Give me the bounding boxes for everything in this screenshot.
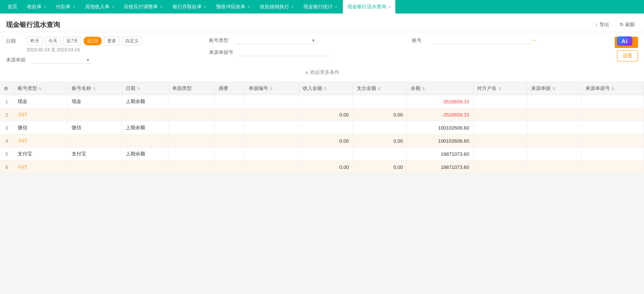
cell-docType [168,108,215,121]
settings-gear-header[interactable]: ⚙ [0,82,14,95]
date-btn-近1月[interactable]: 近1月 [84,37,102,45]
nav-item-应收应付调整单[interactable]: 应收应付调整单× [119,0,167,13]
col-header-date[interactable]: 日期⇅ [122,82,168,95]
nav-item-收款单[interactable]: 收款单× [23,0,51,13]
cell-index: 2 [0,108,14,121]
nav-close-icon[interactable]: × [73,4,75,9]
col-header-income[interactable]: 收入金额⇅ [299,82,353,95]
data-table: ⚙ 账号类型⇅账号名称⇅日期⇅单据类型摘要单据编号⇅收入金额⇅支出金额⇅余额⇅对… [0,82,644,174]
cell-docType [168,121,215,134]
settings-button[interactable]: 设置 [617,50,638,61]
export-button[interactable]: ↑ 导出 [593,20,612,30]
col-header-docNo[interactable]: 单据编号⇅ [245,82,299,95]
cell-counterparty [473,161,527,174]
nav-close-icon[interactable]: × [248,4,250,9]
nav-close-icon[interactable]: × [160,4,162,9]
cell-index: 6 [0,161,14,174]
cell-counterparty [473,121,527,134]
ai-badge[interactable]: Ai [617,36,632,46]
sort-icon: ⇅ [93,87,96,91]
source-doc-num-input[interactable] [239,49,329,56]
gear-icon: ⚙ [4,86,8,91]
cell-sourceDoc [527,121,581,134]
cell-accountType: 小计 [14,134,68,148]
date-range-text: 2023-02-24 至 2023-03-24 [27,47,80,52]
nav-item-现金银行流水查询[interactable]: 现金银行流水查询× [343,0,395,13]
cell-expense [353,148,407,161]
filter-row-source-doc-num: 来源单据号 [209,49,403,56]
nav-item-首页[interactable]: 首页 [3,0,22,13]
date-btn-今天[interactable]: 今天 [45,37,61,45]
account-input[interactable] [433,37,530,44]
cell-income: 0.00 [299,108,353,121]
nav-item-预收冲应收单[interactable]: 预收冲应收单× [212,0,254,13]
table-row: 1现金现金上期余额-3528659.33 [0,95,644,108]
cell-date: 上期余额 [122,148,168,161]
refresh-button[interactable]: ↻ 刷新 [617,20,638,30]
nav-item-银行存取款单[interactable]: 银行存取款单× [168,0,211,13]
nav-close-icon[interactable]: × [44,4,46,9]
cell-sourceDocNo [581,95,644,108]
cell-income [299,95,353,108]
date-btn-昨天[interactable]: 昨天 [27,37,43,45]
cell-date: 上期余额 [122,121,168,134]
cell-expense: 0.00 [353,134,407,148]
cell-index: 1 [0,95,14,108]
date-btn-近7天[interactable]: 近7天 [63,37,81,45]
table-header: ⚙ 账号类型⇅账号名称⇅日期⇅单据类型摘要单据编号⇅收入金额⇅支出金额⇅余额⇅对… [0,82,644,95]
col-header-accountType[interactable]: 账号类型⇅ [14,82,68,95]
nav-item-付款单[interactable]: 付款单× [51,0,80,13]
cell-balance: 19871073.60 [407,161,473,174]
cell-index: 4 [0,134,14,148]
date-label: 日期 [6,38,21,45]
nav-close-icon[interactable]: × [389,4,391,9]
col-header-balance[interactable]: 余额⇅ [407,82,473,95]
filter-row-source-doc: 来源单据 ▼ [6,56,200,64]
nav-item-其他收入单[interactable]: 其他收入单× [81,0,119,13]
account-type-select[interactable] [234,37,317,44]
cell-counterparty [473,95,527,108]
nav-close-icon[interactable]: × [291,4,294,9]
date-btn-更多[interactable]: 更多 [104,37,120,45]
top-navigation: 首页收款单×付款单×其他收入单×应收应付调整单×银行存取款单×预收冲应收单×收款… [0,0,644,13]
filter-row-date: 日期 昨天今天近7天近1月更多自定义 [6,37,200,45]
sort-icon: ⇅ [498,87,501,91]
refresh-icon: ↻ [620,22,624,27]
collapse-bar[interactable]: ∧ 收起更多条件 [6,67,638,77]
account-type-label: 账号类型 [209,37,228,44]
nav-item-收款核销执行[interactable]: 收款核销执行× [255,0,298,13]
cell-sourceDoc [527,134,581,148]
nav-item-现金银行统计[interactable]: 现金银行统计× [299,0,342,13]
nav-close-icon[interactable]: × [335,4,337,9]
source-doc-select[interactable] [32,56,92,64]
cell-balance: 100102606.60 [407,134,473,148]
table-row: 6小计0.000.0019871073.60 [0,161,644,174]
col-header-sourceDoc[interactable]: 来源单据⇅ [527,82,581,95]
cell-docNo [245,148,299,161]
nav-close-icon[interactable]: × [112,4,114,9]
cell-accountType: 支付宝 [14,148,68,161]
source-doc-num-label: 来源单据号 [209,49,233,56]
page-title: 现金银行流水查询 [6,20,60,29]
col-header-accountName[interactable]: 账号名称⇅ [68,82,122,95]
cell-summary [215,148,245,161]
cell-docType [168,134,215,148]
cell-accountName: 现金 [68,95,122,108]
cell-sourceDoc [527,108,581,121]
col-header-sourceDocNo[interactable]: 来源单据号⇅ [581,82,644,95]
cell-accountName: 微信 [68,121,122,134]
col-header-counterparty[interactable]: 对方户名⇅ [473,82,527,95]
date-btn-自定义[interactable]: 自定义 [122,37,142,45]
cell-summary [215,121,245,134]
account-label: 账号 [412,37,427,44]
filter-area: 日期 昨天今天近7天近1月更多自定义 2023-02-24 至 2023-03-… [0,32,644,82]
cell-date [122,134,168,148]
col-header-expense[interactable]: 支出金额⇅ [353,82,407,95]
nav-close-icon[interactable]: × [204,4,206,9]
cell-expense: 0.00 [353,108,407,121]
cell-income: 0.00 [299,161,353,174]
account-dots-button[interactable]: ··· [532,37,537,43]
cell-docType [168,161,215,174]
cell-sourceDocNo [581,134,644,148]
cell-index: 5 [0,148,14,161]
